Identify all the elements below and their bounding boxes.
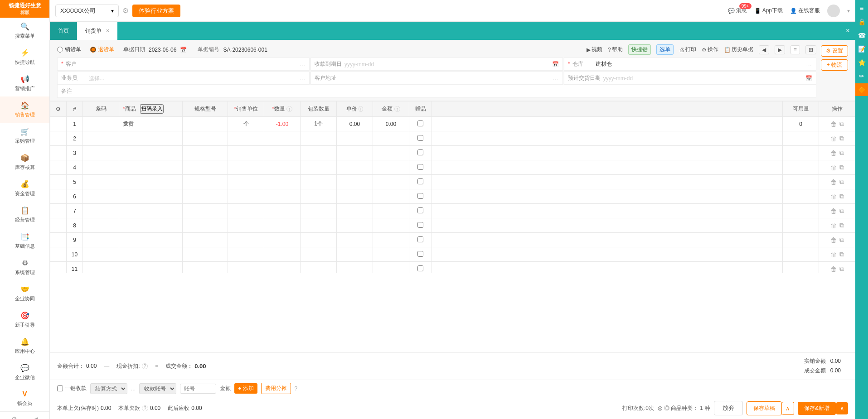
- row-spec[interactable]: [183, 146, 228, 160]
- row-product[interactable]: [119, 262, 183, 274]
- row-gift[interactable]: [409, 233, 432, 247]
- rt-note-icon[interactable]: 📝: [855, 43, 868, 55]
- shortcut-btn[interactable]: 快捷键: [628, 44, 651, 55]
- gift-checkbox[interactable]: [417, 265, 423, 271]
- sidebar-item-collab[interactable]: 🤝 企业协同: [0, 280, 49, 307]
- row-gift[interactable]: [409, 218, 432, 233]
- copy-icon[interactable]: ⧉: [839, 178, 844, 186]
- online-service-btn[interactable]: 👤 在线客服: [790, 7, 820, 14]
- row-pkgqty[interactable]: [301, 204, 337, 218]
- row-qty[interactable]: [264, 189, 301, 204]
- row-amount[interactable]: [373, 175, 409, 189]
- rt-list-icon[interactable]: ≡: [855, 2, 868, 14]
- copy-icon[interactable]: ⧉: [839, 164, 844, 171]
- row-price[interactable]: [337, 247, 373, 262]
- table-wrapper[interactable]: ⚙ # 条码 *商品 扫码录入 规格型号 *销售单位: [50, 101, 855, 273]
- row-amount[interactable]: [373, 204, 409, 218]
- salesperson-dots[interactable]: ...: [300, 75, 305, 82]
- row-unit[interactable]: [228, 131, 264, 146]
- row-gift[interactable]: [409, 189, 432, 204]
- due-date-input[interactable]: [344, 61, 549, 67]
- due-date-calendar-icon[interactable]: 📅: [552, 61, 559, 67]
- copy-icon[interactable]: ⧉: [839, 193, 844, 200]
- tab-close-icon[interactable]: ×: [106, 28, 109, 34]
- row-pkgqty[interactable]: 1个: [301, 117, 337, 131]
- customer-addr-dots[interactable]: ...: [553, 75, 559, 82]
- delete-icon[interactable]: 🗑: [830, 164, 837, 171]
- history-btn[interactable]: 📋 历史单据: [724, 46, 753, 53]
- select-btn[interactable]: 选单: [656, 44, 674, 55]
- row-price[interactable]: [337, 146, 373, 160]
- scan-btn[interactable]: 扫码录入: [140, 104, 164, 114]
- row-amount[interactable]: [373, 146, 409, 160]
- logistics-btn[interactable]: + 物流: [821, 59, 848, 71]
- row-spec[interactable]: [183, 175, 228, 189]
- tabbar-close-btn[interactable]: ×: [840, 27, 855, 35]
- qty-sort-icon[interactable]: ↕: [286, 106, 292, 112]
- row-barcode[interactable]: [83, 262, 119, 274]
- row-amount[interactable]: [373, 218, 409, 233]
- row-product[interactable]: [119, 247, 183, 262]
- row-product[interactable]: [119, 131, 183, 146]
- gift-checkbox[interactable]: [417, 164, 423, 170]
- row-amount[interactable]: 0.00: [373, 117, 409, 131]
- row-amount[interactable]: [373, 160, 409, 175]
- row-price[interactable]: [337, 262, 373, 274]
- copy-icon[interactable]: ⧉: [839, 149, 844, 157]
- row-amount[interactable]: [373, 233, 409, 247]
- row-unit[interactable]: [228, 247, 264, 262]
- copy-icon[interactable]: ⧉: [839, 265, 844, 273]
- sidebar-item-member[interactable]: V 畅会员: [0, 385, 49, 411]
- sidebar-item-operation[interactable]: 📋 经营管理: [0, 202, 49, 228]
- copy-icon[interactable]: ⧉: [839, 120, 844, 128]
- row-spec[interactable]: [183, 247, 228, 262]
- row-unit[interactable]: [228, 204, 264, 218]
- expected-date-input[interactable]: [603, 75, 803, 82]
- amount-sort-icon[interactable]: ↕: [394, 106, 400, 112]
- delete-icon[interactable]: 🗑: [830, 120, 837, 128]
- radio-return[interactable]: 退货单: [90, 46, 114, 53]
- row-product[interactable]: [119, 146, 183, 160]
- tab-sale-order[interactable]: 销货单 ×: [77, 22, 117, 40]
- row-amount[interactable]: [373, 131, 409, 146]
- row-qty[interactable]: [264, 247, 301, 262]
- row-product[interactable]: [119, 189, 183, 204]
- row-amount[interactable]: [373, 247, 409, 262]
- draft-btn[interactable]: 保存草稿: [747, 401, 782, 415]
- row-unit[interactable]: [228, 146, 264, 160]
- sidebar-collapse-icon[interactable]: ◀: [33, 415, 38, 419]
- row-barcode[interactable]: [83, 175, 119, 189]
- gift-checkbox[interactable]: [417, 207, 423, 213]
- radio-return-input[interactable]: [90, 47, 96, 53]
- row-spec[interactable]: [183, 204, 228, 218]
- gift-checkbox[interactable]: [417, 135, 423, 141]
- row-price[interactable]: [337, 175, 373, 189]
- row-qty[interactable]: [264, 146, 301, 160]
- row-pkgqty[interactable]: [301, 247, 337, 262]
- row-spec[interactable]: [183, 233, 228, 247]
- user-avatar[interactable]: [827, 5, 840, 17]
- view-grid-icon[interactable]: ⊞: [805, 45, 816, 54]
- sidebar-item-sales[interactable]: 🏠 销售管理: [0, 96, 49, 123]
- row-qty[interactable]: [264, 160, 301, 175]
- radio-sale[interactable]: 销货单: [57, 46, 81, 53]
- expense-btn[interactable]: 费用分摊: [261, 383, 291, 394]
- sidebar-item-wechat[interactable]: 💬 企业微信: [0, 359, 49, 385]
- sidebar-item-finance[interactable]: 💰 资金管理: [0, 175, 49, 202]
- expected-date-calendar-icon[interactable]: 📅: [805, 75, 812, 82]
- row-spec[interactable]: [183, 117, 228, 131]
- row-unit[interactable]: [228, 160, 264, 175]
- calc-method-dots[interactable]: ...: [131, 385, 136, 392]
- save-arrow-btn[interactable]: ∧: [836, 402, 848, 414]
- sidebar-item-appcenter[interactable]: 🔔 应用中心: [0, 333, 49, 359]
- row-barcode[interactable]: [83, 160, 119, 175]
- sidebar-item-guide[interactable]: 🎯 新手引导: [0, 307, 49, 333]
- gift-checkbox[interactable]: [417, 120, 423, 126]
- gift-checkbox[interactable]: [417, 251, 423, 257]
- add-payment-btn[interactable]: ● 添加: [234, 383, 257, 394]
- calc-method-select[interactable]: 结算方式: [90, 383, 127, 394]
- row-qty[interactable]: -1.00: [264, 117, 301, 131]
- row-product[interactable]: [119, 160, 183, 175]
- sidebar-settings-icon[interactable]: ⚙: [11, 415, 17, 419]
- row-gift[interactable]: [409, 262, 432, 274]
